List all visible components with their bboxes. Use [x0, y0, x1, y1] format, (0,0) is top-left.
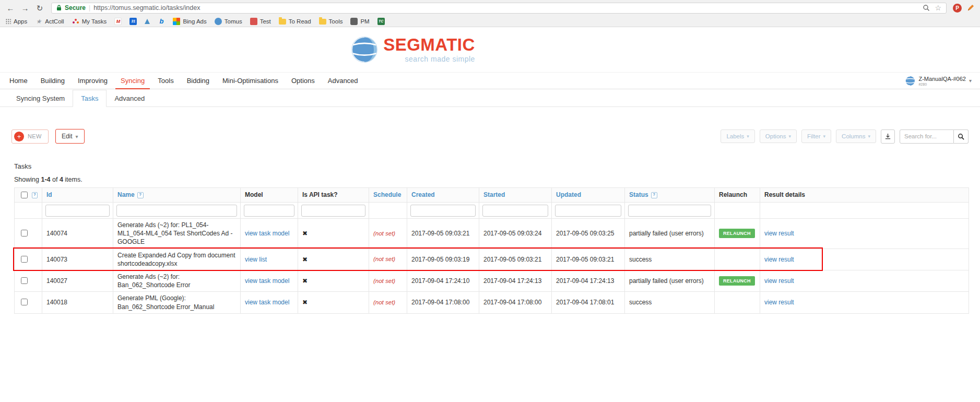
- help-icon[interactable]: ?: [651, 192, 657, 198]
- labels-dropdown[interactable]: Labels▾: [721, 129, 754, 143]
- extension-p-icon[interactable]: P: [953, 4, 962, 13]
- relaunch-button[interactable]: RELAUNCH: [719, 229, 755, 238]
- summary-text: of: [51, 176, 60, 183]
- sort-id-link[interactable]: Id: [46, 191, 52, 198]
- sort-created-link[interactable]: Created: [411, 191, 435, 198]
- subnav-tasks[interactable]: Tasks: [73, 90, 107, 107]
- filter-model-input[interactable]: [244, 205, 294, 217]
- row-checkbox[interactable]: [21, 230, 28, 237]
- bookmark-bing-ads[interactable]: Bing Ads: [173, 18, 206, 25]
- view-result-link[interactable]: view result: [764, 256, 794, 263]
- task-row: 140027 Generate Ads (~2) for: Ban_062_Sh…: [15, 270, 969, 291]
- forward-icon[interactable]: →: [20, 4, 30, 12]
- schedule-value: (not set): [373, 299, 395, 305]
- bookmark-gmail[interactable]: M: [114, 18, 122, 25]
- tasks-table-wrap: ? Id Name? Model Is API task? Schedule C…: [14, 187, 966, 314]
- columns-dropdown[interactable]: Columns▾: [836, 129, 876, 143]
- updated-value: 2017-09-04 17:24:13: [552, 270, 625, 291]
- nav-home[interactable]: Home: [8, 73, 29, 89]
- view-result-link[interactable]: view result: [764, 277, 794, 285]
- started-value: 2017-09-04 17:24:13: [479, 270, 552, 291]
- filter-name-input[interactable]: [116, 205, 237, 217]
- download-button[interactable]: [881, 129, 895, 144]
- zoom-icon[interactable]: [923, 4, 930, 11]
- filter-id-input[interactable]: [45, 205, 110, 217]
- schedule-value: (not set): [373, 256, 395, 262]
- user-menu[interactable]: Z-ManualQA-#062 #280 ▾: [905, 73, 972, 89]
- logo-tagline: search made simple: [405, 55, 475, 63]
- nav-mini-optimisations[interactable]: Mini-Optimisations: [221, 73, 279, 89]
- row-checkbox[interactable]: [21, 256, 28, 263]
- bookmark-tomus[interactable]: Tomus: [215, 18, 242, 25]
- bookmark-pm[interactable]: PM: [350, 18, 369, 25]
- relaunch-button[interactable]: RELAUNCH: [719, 276, 755, 286]
- sort-name-link[interactable]: Name: [117, 191, 135, 199]
- nav-syncing[interactable]: Syncing: [120, 73, 146, 89]
- nav-bidding[interactable]: Bidding: [186, 73, 210, 89]
- schedule-value: (not set): [373, 278, 395, 284]
- extension-pencil-icon[interactable]: [966, 4, 975, 13]
- created-value: 2017-09-04 17:24:10: [407, 270, 479, 291]
- search-input[interactable]: [900, 129, 954, 144]
- cross-icon: ✖: [302, 256, 308, 263]
- filter-dropdown[interactable]: Filter▾: [801, 129, 831, 143]
- bookmark-to-read[interactable]: To Read: [279, 18, 311, 25]
- sort-schedule-link[interactable]: Schedule: [373, 191, 401, 198]
- sort-started-link[interactable]: Started: [483, 191, 505, 198]
- view-model-link[interactable]: view task model: [245, 299, 289, 306]
- calendar-icon: 31: [129, 18, 137, 25]
- bookmark-tools[interactable]: Tools: [319, 18, 343, 25]
- bookmark-apps[interactable]: Apps: [5, 18, 27, 25]
- refresh-icon[interactable]: ↻: [34, 4, 45, 12]
- bookmark-actcoll[interactable]: ActColl: [35, 18, 64, 25]
- nav-tools[interactable]: Tools: [157, 73, 174, 89]
- bookmark-bing[interactable]: b: [158, 18, 165, 25]
- gmail-icon: M: [114, 18, 122, 25]
- subnav-advanced[interactable]: Advanced: [107, 90, 152, 107]
- select-all-checkbox[interactable]: [21, 192, 28, 198]
- bookmark-my-tasks[interactable]: My Tasks: [72, 18, 107, 25]
- nav-building[interactable]: Building: [40, 73, 66, 89]
- help-icon[interactable]: ?: [32, 192, 38, 198]
- filter-api-input[interactable]: [301, 205, 365, 217]
- filter-started-input[interactable]: [482, 205, 548, 217]
- row-checkbox[interactable]: [21, 299, 28, 305]
- new-button[interactable]: + NEW: [11, 129, 49, 144]
- apps-grid-icon: [5, 18, 11, 24]
- edit-button-label: Edit: [62, 133, 73, 140]
- sort-status-link[interactable]: Status: [629, 191, 648, 199]
- row-checkbox[interactable]: [21, 277, 28, 284]
- updated-value: 2017-09-05 09:03:25: [552, 219, 625, 249]
- filter-updated-input[interactable]: [555, 205, 621, 217]
- nav-options[interactable]: Options: [290, 73, 316, 89]
- edit-button[interactable]: Edit ▾: [55, 129, 85, 144]
- filter-created-input[interactable]: [410, 205, 476, 217]
- address-bar[interactable]: Secure | https://tomus.segmatic.io/tasks…: [51, 3, 947, 14]
- bookmark-star-icon[interactable]: ☆: [935, 4, 941, 11]
- cross-icon: ✖: [302, 299, 308, 306]
- main-nav: Home Building Improving Syncing Tools Bi…: [0, 72, 980, 89]
- header-model: Model: [245, 191, 263, 198]
- view-result-link[interactable]: view result: [764, 230, 794, 237]
- columns-label: Columns: [842, 133, 865, 139]
- nav-improving[interactable]: Improving: [77, 73, 109, 89]
- view-model-link[interactable]: view task model: [245, 230, 289, 237]
- bookmark-calendar[interactable]: 31: [129, 18, 137, 25]
- bing-icon: b: [158, 18, 165, 25]
- back-icon[interactable]: ←: [5, 4, 16, 12]
- page-header: SEGMATIC search made simple: [0, 27, 980, 72]
- view-list-link[interactable]: view list: [245, 256, 267, 263]
- search-button[interactable]: [954, 129, 969, 144]
- nav-advanced[interactable]: Advanced: [327, 73, 359, 89]
- view-result-link[interactable]: view result: [764, 299, 794, 306]
- sort-updated-link[interactable]: Updated: [556, 191, 581, 198]
- options-dropdown[interactable]: Options▾: [760, 129, 797, 143]
- view-model-link[interactable]: view task model: [245, 277, 289, 285]
- help-icon[interactable]: ?: [137, 192, 144, 198]
- bookmark-test[interactable]: Test: [250, 18, 271, 25]
- bookmark-analytics[interactable]: [145, 19, 150, 24]
- updated-value: 2017-09-04 17:08:01: [552, 292, 625, 313]
- filter-status-input[interactable]: [628, 205, 711, 217]
- subnav-syncing-system[interactable]: Syncing System: [8, 90, 73, 107]
- bookmark-tc[interactable]: TC: [377, 18, 385, 25]
